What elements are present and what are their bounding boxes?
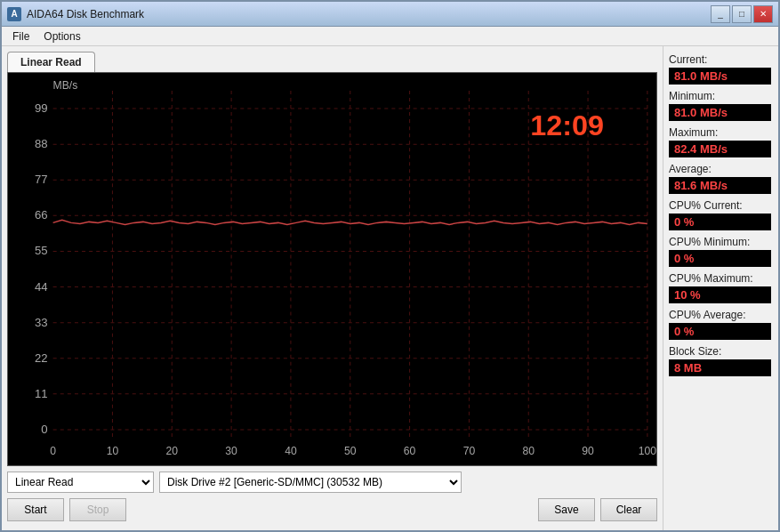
clear-button[interactable]: Clear	[600, 498, 657, 521]
svg-text:40: 40	[285, 445, 297, 457]
main-content: Linear Read	[2, 46, 778, 530]
cpu-average-stat: CPU% Average: 0 %	[669, 309, 771, 340]
cpu-minimum-value: 0 %	[669, 250, 771, 267]
maximum-stat: Maximum: 82.4 MB/s	[669, 126, 771, 157]
svg-text:0: 0	[41, 423, 47, 436]
svg-text:20: 20	[166, 445, 179, 457]
title-bar-left: A AIDA64 Disk Benchmark	[7, 7, 144, 21]
chart-area: Linear Read	[2, 46, 663, 530]
drive-select[interactable]: Disk Drive #2 [Generic-SD/MMC] (30532 MB…	[159, 472, 462, 493]
test-select[interactable]: Linear Read	[7, 472, 154, 493]
chart-container: 99 88 77 66 55 44 33 22 11 0 MB/s 0 10 2…	[7, 72, 657, 466]
average-stat: Average: 81.6 MB/s	[669, 163, 771, 194]
current-label: Current:	[669, 53, 771, 66]
svg-text:99: 99	[35, 101, 48, 115]
minimum-value: 81.0 MB/s	[669, 104, 771, 121]
svg-text:33: 33	[35, 316, 48, 329]
save-button[interactable]: Save	[538, 498, 595, 521]
close-button[interactable]: ✕	[753, 5, 773, 23]
tab-linear-read[interactable]: Linear Read	[7, 52, 95, 72]
cpu-average-value: 0 %	[669, 323, 771, 340]
average-value: 81.6 MB/s	[669, 177, 771, 194]
svg-text:88: 88	[35, 137, 48, 150]
svg-text:11: 11	[35, 387, 48, 400]
svg-text:66: 66	[35, 208, 48, 222]
maximum-value: 82.4 MB/s	[669, 141, 771, 157]
cpu-minimum-label: CPU% Minimum:	[669, 236, 771, 248]
svg-text:80: 80	[522, 445, 535, 457]
cpu-maximum-label: CPU% Maximum:	[669, 272, 771, 285]
minimum-stat: Minimum: 81.0 MB/s	[669, 90, 771, 121]
maximum-label: Maximum:	[669, 126, 771, 139]
svg-text:90: 90	[582, 445, 594, 457]
menu-options[interactable]: Options	[36, 28, 87, 44]
cpu-average-label: CPU% Average:	[669, 309, 771, 321]
cpu-maximum-stat: CPU% Maximum: 10 %	[669, 272, 771, 303]
menu-file[interactable]: File	[5, 28, 36, 44]
menu-bar: File Options	[2, 27, 778, 46]
cpu-minimum-stat: CPU% Minimum: 0 %	[669, 236, 771, 267]
svg-text:50: 50	[344, 445, 357, 457]
chart-svg: 99 88 77 66 55 44 33 22 11 0 MB/s 0 10 2…	[8, 73, 656, 465]
maximize-button[interactable]: □	[732, 5, 752, 23]
block-size-value: 8 MB	[669, 359, 771, 376]
action-buttons: Start Stop Save Clear	[7, 496, 657, 525]
svg-text:55: 55	[35, 245, 48, 258]
main-window: A AIDA64 Disk Benchmark _ □ ✕ File Optio…	[0, 0, 780, 532]
svg-text:30: 30	[225, 445, 237, 457]
block-size-stat: Block Size: 8 MB	[669, 345, 771, 376]
bottom-controls: Linear Read Disk Drive #2 [Generic-SD/MM…	[7, 466, 657, 496]
tab-bar: Linear Read	[7, 52, 657, 72]
stop-button[interactable]: Stop	[69, 498, 126, 521]
start-button[interactable]: Start	[7, 498, 64, 521]
cpu-current-label: CPU% Current:	[669, 199, 771, 212]
svg-text:70: 70	[463, 445, 476, 457]
cpu-maximum-value: 10 %	[669, 286, 771, 303]
window-title: AIDA64 Disk Benchmark	[27, 8, 144, 20]
svg-text:MB/s: MB/s	[53, 79, 78, 92]
title-bar: A AIDA64 Disk Benchmark _ □ ✕	[2, 2, 778, 27]
sidebar: Current: 81.0 MB/s Minimum: 81.0 MB/s Ma…	[663, 46, 778, 530]
svg-text:60: 60	[404, 445, 416, 457]
cpu-current-stat: CPU% Current: 0 %	[669, 199, 771, 230]
svg-text:10: 10	[107, 445, 119, 457]
block-size-label: Block Size:	[669, 345, 771, 358]
current-stat: Current: 81.0 MB/s	[669, 53, 771, 85]
current-value: 81.0 MB/s	[669, 68, 771, 85]
title-buttons: _ □ ✕	[711, 5, 773, 23]
svg-text:77: 77	[35, 173, 48, 186]
app-icon: A	[7, 7, 21, 21]
svg-text:22: 22	[35, 351, 48, 365]
cpu-current-value: 0 %	[669, 214, 771, 230]
average-label: Average:	[669, 163, 771, 175]
minimize-button[interactable]: _	[711, 5, 730, 23]
svg-text:100: 100	[639, 445, 656, 457]
minimum-label: Minimum:	[669, 90, 771, 102]
svg-text:44: 44	[35, 280, 48, 294]
chart-timer: 12:09	[530, 109, 604, 141]
svg-text:0: 0	[50, 445, 56, 457]
